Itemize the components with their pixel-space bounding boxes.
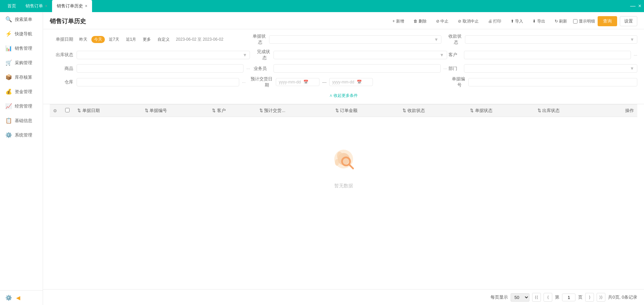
order-status-select[interactable]: ▼ [269,35,441,44]
warehouse-ellipsis[interactable]: ··· [242,80,246,85]
sidebar-settings-icon[interactable]: ⚙️ [5,295,12,301]
minimize-btn[interactable]: — [630,3,636,9]
sidebar-item-purchase-mgmt[interactable]: 🛒 采购管理 [0,55,43,70]
cancel-stop-button[interactable]: ⊘ 取消中止 [455,17,482,26]
page-input[interactable] [562,294,575,301]
order-status-label: 单据状态 [253,34,266,45]
sidebar-item-search-menu[interactable]: 🔍 搜索菜单 [0,12,43,27]
date-tag-today[interactable]: 今天 [91,36,105,43]
sidebar-collapse-icon[interactable]: ◀ [16,295,20,301]
date-tag-7days[interactable]: 近7天 [106,36,122,43]
sidebar-item-sys-mgmt-label: 系统管理 [15,132,32,138]
warehouse-input[interactable] [77,78,239,86]
tab-sales-order-close[interactable]: × [45,4,47,8]
date-range-display: 2023-06-02 至 2023-06-02 [176,37,223,42]
tab-sales-order-history-close[interactable]: × [85,4,87,8]
stop-button[interactable]: ⊘ 中止 [433,17,452,26]
calendar-from-icon[interactable]: 📅 [303,80,308,84]
sidebar-item-inventory[interactable]: 📦 库存核算 [0,70,43,84]
select-all-checkbox[interactable] [65,108,70,112]
filter-row-2: 出库状态 ▼ 完成状态 ▼ 客户 [50,49,637,61]
th-date-label: ⇅ 单据日期 [77,108,100,114]
last-page-btn[interactable]: ⟩⟩ [597,293,605,302]
collapse-icon: ∧ [329,93,334,98]
th-number-label: ⇅ 单据编号 [145,108,167,114]
dept-chevron: ▼ [630,66,634,71]
tab-home[interactable]: 首页 [3,0,21,12]
prev-page-btn[interactable]: ⟨ [544,293,552,302]
sidebar-item-finance[interactable]: 💰 资金管理 [0,84,43,99]
tab-sales-order[interactable]: 销售订单 × [21,0,52,12]
refresh-button[interactable]: ↻ 刷新 [551,17,570,26]
tab-sales-order-history-label: 销售订单历史 [57,3,83,9]
delivery-date-from-text: yyyy-mm-dd [279,80,301,84]
quick-nav-icon: ⚡ [5,31,12,37]
out-status-chevron: ▼ [243,52,247,58]
new-button[interactable]: + 新增 [389,17,407,26]
date-dash: — [322,80,327,85]
collapse-bar[interactable]: ∧ 收起更多条件 [50,91,637,100]
date-label: 单据日期 [50,36,77,42]
date-tag-yesterday[interactable]: 昨天 [77,36,90,43]
out-status-select[interactable]: ▼ [77,51,250,59]
window-controls: — × [630,3,641,9]
th-actions-label: 操作 [625,108,634,113]
sidebar-item-quick-nav[interactable]: ⚡ 快捷导航 [0,27,43,41]
svg-point-5 [335,159,339,166]
query-button[interactable]: 查询 [598,16,617,26]
goods-ellipsis[interactable]: ··· [246,66,250,71]
date-tag-custom[interactable]: 自定义 [155,36,172,43]
filter-row-4: 仓库 ··· 预计交货日期 yyyy-mm-dd 📅 — yyyy-mm-dd [50,76,637,88]
delivery-date-from[interactable]: yyyy-mm-dd 📅 [276,78,319,86]
export-button[interactable]: ⬇ 导出 [529,17,548,26]
payment-status-chevron: ▼ [630,37,634,42]
per-page-select[interactable]: 50 10 20 100 [511,293,529,302]
th-customer: ⇅ 客户 [209,105,256,117]
delete-button[interactable]: 🗑 删除 [410,17,430,26]
th-customer-label: ⇅ 客户 [212,108,226,114]
sidebar-item-sales-mgmt[interactable]: 📊 销售管理 [0,41,43,55]
sidebar-item-sys-mgmt[interactable]: ⚙️ 系统管理 [0,128,43,142]
page-suffix: 页 [578,294,583,300]
th-checkbox [62,105,74,117]
delivery-date-label: 预计交货日期 [251,76,272,87]
close-btn[interactable]: × [638,3,641,9]
show-detail-label: 显示明细 [579,18,595,24]
import-button[interactable]: ⬆ 导入 [507,17,526,26]
th-settings: ⚙ [50,105,62,117]
salesperson-ellipsis[interactable]: ··· [443,66,447,71]
show-detail-input[interactable] [573,19,577,24]
tab-sales-order-label: 销售订单 [26,3,43,9]
order-no-input[interactable] [468,78,637,86]
empty-icon [327,144,360,178]
customer-input[interactable] [464,51,631,59]
footer-bar: 每页显示 50 10 20 100 ⟨⟨ ⟨ 第 页 ⟩ ⟩⟩ 共0页, 0条记… [43,289,644,305]
first-page-btn[interactable]: ⟨⟨ [532,293,541,302]
show-detail-checkbox[interactable]: 显示明细 [573,18,595,24]
dept-select[interactable]: ▼ [464,64,637,73]
salesperson-input[interactable] [273,64,440,73]
page-label: 第 [555,294,559,300]
ops-mgmt-icon: 📈 [5,103,12,109]
next-page-btn[interactable]: ⟩ [585,293,594,302]
date-tag-1month[interactable]: 近1月 [123,36,139,43]
table-settings-icon[interactable]: ⚙ [53,108,57,113]
date-tag-more[interactable]: 更多 [140,36,154,43]
th-delivery-label: ⇅ 预计交货... [259,108,285,114]
customer-ellipsis[interactable]: ··· [634,52,637,58]
sidebar-item-ops-mgmt[interactable]: 📈 经营管理 [0,99,43,113]
filter-row-3: 商品 ··· 业务员 ··· 部门 ▼ [50,64,637,73]
print-button[interactable]: 🖨 打印 [485,17,505,26]
complete-status-select[interactable]: ▼ [273,51,447,59]
calendar-to-icon[interactable]: 📅 [357,80,362,84]
page-header: 销售订单历史 + 新增 🗑 删除 ⊘ 中止 ⊘ 取消中止 🖨 打印 ⬆ 导入 ⬇… [43,12,644,29]
delivery-date-to[interactable]: yyyy-mm-dd 📅 [329,78,373,86]
sidebar-item-quick-nav-label: 快捷导航 [15,31,32,37]
payment-status-select[interactable]: ▼ [465,35,637,44]
goods-input[interactable] [77,64,244,73]
sidebar-item-basic-info[interactable]: 📋 基础信息 [0,113,43,128]
settings-button[interactable]: 设置 [620,16,637,26]
salesperson-label: 业务员 [254,66,270,71]
tab-sales-order-history[interactable]: 销售订单历史 × [52,0,92,12]
table-container: ⚙ ⇅ 单据日期 ⇅ 单据编号 ⇅ 客户 [43,104,644,289]
